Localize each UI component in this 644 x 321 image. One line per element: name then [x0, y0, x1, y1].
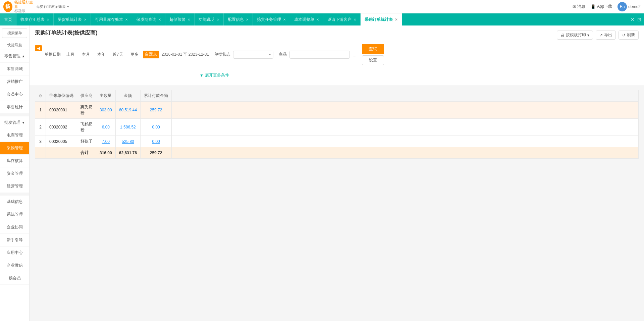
sidebar-item-enterprise[interactable]: 企业协同	[0, 221, 29, 234]
workspace-selector[interactable]: 母婴行业演示账套 ▾	[36, 4, 69, 9]
date-btn-7days[interactable]: 近7天	[110, 51, 126, 58]
row-amount-3[interactable]: 525.80	[115, 136, 140, 147]
table-area: ⚙ 往来单位编码 供应商 主数量 金额 累计付款金额 1 00020001 惠氏…	[30, 86, 644, 321]
sidebar-item-system[interactable]: 系统管理	[0, 208, 29, 221]
tab-config-close[interactable]: ✕	[246, 18, 249, 21]
page-header: 采购订单统计表(按供应商) 🖨 按模板打印 ▾ ↗ 导出 ↺ 刷新	[30, 25, 644, 86]
footer-empty-1	[35, 147, 46, 159]
collapse-btn[interactable]: ◀	[35, 45, 42, 51]
quick-nav-btn[interactable]: 快捷导航	[0, 41, 29, 50]
date-btn-this-month[interactable]: 本月	[79, 51, 93, 58]
tab-stock-close[interactable]: ✕	[125, 18, 128, 21]
col-settings[interactable]: ⚙	[35, 90, 46, 102]
sidebar-item-retail-mgmt[interactable]: 零售管理 ▲	[0, 50, 29, 63]
sidebar-item-basic-info[interactable]: 基础信息	[0, 196, 29, 208]
date-btn-this-year[interactable]: 本年	[94, 51, 108, 58]
tab-home[interactable]: 首页	[0, 13, 16, 25]
nav-close-btn[interactable]: ✕	[631, 17, 635, 22]
filter-collapse-toggle[interactable]: ◀	[35, 45, 42, 51]
footer-empty-2	[46, 147, 77, 159]
sidebar-item-operations[interactable]: 经营管理	[0, 180, 29, 193]
sidebar-item-vip-label: 畅会员	[9, 275, 21, 281]
sidebar-item-retail-shop[interactable]: 零售商城	[0, 63, 29, 75]
sidebar-item-app-center[interactable]: 应用中心	[0, 247, 29, 259]
row-qty-2[interactable]: 6.00	[96, 119, 116, 136]
tab-funchelp[interactable]: 功能说明 ✕	[195, 13, 224, 25]
sidebar-item-inventory[interactable]: 库存核算	[0, 155, 29, 167]
sidebar-item-member[interactable]: 会员中心	[0, 88, 29, 101]
footer-qty: 316.00	[96, 147, 116, 159]
sidebar-item-retail-shop-label: 零售商城	[7, 66, 23, 72]
row-qty-1[interactable]: 303.00	[96, 102, 116, 119]
tab-invite-close[interactable]: ✕	[354, 18, 356, 21]
row-seq-1: 1	[35, 102, 46, 119]
sidebar-item-retail-stat[interactable]: 零售统计	[0, 101, 29, 114]
date-btn-more[interactable]: 更多	[127, 51, 142, 58]
row-supplier-1: 惠氏奶粉	[77, 102, 96, 119]
tab-funchelp-close[interactable]: ✕	[217, 18, 219, 21]
tab-demand[interactable]: 要货单统计表 ✕	[54, 13, 91, 25]
nav-expand-btn[interactable]: ⊡	[637, 17, 641, 22]
tab-expire[interactable]: 保质期查询 ✕	[132, 13, 165, 25]
sidebar-item-ecommerce[interactable]: 电商管理	[0, 129, 29, 142]
row-paid-2[interactable]: 0.00	[141, 119, 172, 136]
tab-cost[interactable]: 成本调整单 ✕	[290, 13, 323, 25]
row-amount-2[interactable]: 1,586.52	[115, 119, 140, 136]
tab-overstock[interactable]: 超储预警 ✕	[165, 13, 195, 25]
logo-text: 畅捷通好生意 标题版	[14, 0, 33, 13]
tab-collect-close[interactable]: ✕	[47, 18, 49, 21]
sidebar-divider-1	[0, 114, 29, 116]
tab-stock[interactable]: 可用量库存账本 ✕	[91, 13, 132, 25]
row-paid-3[interactable]: 0.00	[141, 136, 172, 147]
footer-row: 合计 316.00 62,631.76 259.72	[35, 147, 639, 159]
tab-task-label: 拣货任务管理	[257, 17, 281, 22]
expand-more-btn[interactable]: ▼ 展开更多条件	[197, 71, 232, 79]
message-btn[interactable]: ✉ 消息	[573, 4, 585, 9]
tab-demand-close[interactable]: ✕	[84, 18, 87, 21]
sidebar-item-marketing[interactable]: 营销推广	[0, 75, 29, 88]
row-qty-3[interactable]: 7.00	[96, 136, 116, 147]
logo-icon: 畅	[3, 1, 12, 12]
message-label: 消息	[577, 4, 585, 9]
sidebar-item-vip[interactable]: 畅会员	[0, 272, 29, 285]
sidebar-item-wechat-label: 企业微信	[7, 263, 23, 268]
goods-input[interactable]	[289, 51, 350, 59]
sidebar-item-finance[interactable]: 资金管理	[0, 167, 29, 180]
table-row: 2 00020002 飞鹤奶粉 6.00 1,586.52 0.00	[35, 119, 639, 136]
tab-config[interactable]: 配置信息 ✕	[224, 13, 253, 25]
search-menu-btn[interactable]: 搜索菜单	[2, 28, 27, 38]
status-select[interactable]: 待审核 已审核	[233, 51, 273, 59]
sidebar-item-purchase-mgmt[interactable]: 采购管理	[0, 142, 29, 155]
refresh-btn[interactable]: ↺ 刷新	[619, 31, 639, 40]
tab-invite[interactable]: 邀请下游客户 ✕	[323, 13, 361, 25]
tab-overstock-close[interactable]: ✕	[187, 18, 190, 21]
tab-cost-close[interactable]: ✕	[316, 18, 319, 21]
tab-collect[interactable]: 收发存汇总表 ✕	[16, 13, 54, 25]
top-bar: 畅 畅捷通好生意 标题版 母婴行业演示账套 ▾ ✉ 消息 📱 App下载 Ea …	[0, 0, 644, 13]
sidebar-item-wechat[interactable]: 企业微信	[0, 259, 29, 272]
more-fields-btn[interactable]: ...	[353, 52, 357, 57]
print-btn[interactable]: 🖨 按模板打印 ▾	[557, 31, 593, 40]
date-btn-last-month[interactable]: 上月	[63, 51, 77, 58]
row-paid-1[interactable]: 259.72	[141, 102, 172, 119]
tab-expire-close[interactable]: ✕	[158, 18, 161, 21]
query-btn[interactable]: 查询	[362, 44, 384, 54]
app-download-btn[interactable]: 📱 App下载	[591, 4, 612, 9]
tab-purchase-stat-close[interactable]: ✕	[395, 18, 397, 21]
tab-purchase-stat[interactable]: 采购订单统计表 ✕	[361, 13, 402, 25]
row-extra-2	[172, 119, 639, 136]
tab-task[interactable]: 拣货任务管理 ✕	[253, 13, 290, 25]
row-amount-1[interactable]: 60,519.44	[115, 102, 140, 119]
print-label: 按模板打印	[566, 32, 586, 38]
tab-task-close[interactable]: ✕	[283, 18, 286, 21]
sidebar-item-batch-mgmt[interactable]: 批发管理 ▼	[0, 116, 29, 129]
user-menu[interactable]: Ea demo2	[618, 2, 641, 11]
table-row: 3 00020005 好孩子 7.00 525.80 0.00	[35, 136, 639, 147]
export-btn[interactable]: ↗ 导出	[596, 31, 616, 40]
workspace-name: 母婴行业演示账套	[36, 4, 66, 9]
footer-label: 合计	[77, 147, 96, 159]
sidebar-item-finance-label: 资金管理	[7, 171, 23, 176]
sidebar-item-inventory-label: 库存核算	[7, 158, 23, 164]
sidebar-item-new-guide[interactable]: 新手引导	[0, 234, 29, 247]
settings-btn[interactable]: 设置	[362, 55, 384, 65]
